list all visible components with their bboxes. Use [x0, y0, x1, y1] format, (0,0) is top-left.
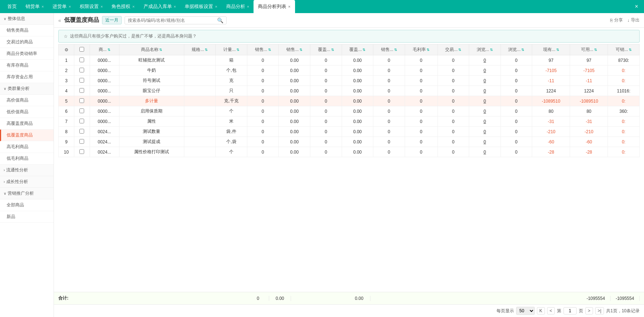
- coverage1-column-header[interactable]: 覆盖...⇅: [310, 44, 342, 55]
- sellable-column-header[interactable]: 可销...⇅: [608, 44, 640, 55]
- views1-column-header[interactable]: 浏览...⇅: [469, 44, 501, 55]
- sidebar-item-all-goods[interactable]: 全部商品: [0, 199, 54, 211]
- sales-amt-column-header[interactable]: 销售...⇅: [279, 44, 310, 55]
- share-button[interactable]: ⎘ 分享: [610, 17, 623, 23]
- table-cell: 0.00: [279, 76, 310, 86]
- table-cell[interactable]: [74, 66, 90, 76]
- current-stock-column-header[interactable]: 现有...⇅: [532, 44, 570, 55]
- spec-column-header[interactable]: 规格...⇅: [184, 44, 216, 55]
- views2-column-header[interactable]: 浏览...⇅: [500, 44, 532, 55]
- per-page-select[interactable]: 50 100 200: [516, 307, 535, 315]
- search-icon[interactable]: 🔍: [217, 17, 223, 23]
- close-icon[interactable]: ×: [101, 4, 103, 9]
- sidebar-section-general[interactable]: ∨ 整体信息: [0, 13, 54, 25]
- nav-tab-warehouse[interactable]: 产成品入库单 ×: [139, 0, 180, 13]
- sidebar-item-sales-rate[interactable]: 商品分类动销率: [0, 48, 54, 60]
- table-cell[interactable]: 0: [469, 147, 501, 157]
- search-input[interactable]: [128, 18, 217, 23]
- table-cell[interactable]: 0: [469, 106, 501, 116]
- table-cell: 0.00: [342, 96, 373, 106]
- close-icon[interactable]: ×: [174, 4, 176, 9]
- checkbox-column-header[interactable]: [74, 44, 90, 55]
- goods-table: ⚙ 商...⇅ 商品名称⇅ 规格...⇅ 计量...⇅ 销售...⇅ 销售...…: [58, 44, 640, 157]
- coverage2-column-header[interactable]: 覆盖...⇅: [342, 44, 373, 55]
- close-icon[interactable]: ×: [68, 4, 71, 9]
- table-cell: 0.00: [342, 86, 373, 96]
- nav-tab-role[interactable]: 角色授权 ×: [107, 0, 139, 13]
- prev-page-button[interactable]: <: [547, 307, 555, 314]
- table-cell[interactable]: 0: [469, 66, 501, 76]
- table-cell: 0: [373, 106, 405, 116]
- sidebar-section-circulation[interactable]: › 流通性分析: [0, 165, 54, 176]
- close-icon[interactable]: ×: [215, 4, 217, 9]
- last-page-button[interactable]: >|: [595, 307, 604, 314]
- sidebar-item-capital[interactable]: 库存资金占用: [0, 71, 54, 83]
- settings-column-header[interactable]: ⚙: [59, 44, 74, 55]
- name-column-header[interactable]: 商品名称⇅: [119, 44, 184, 55]
- table-cell[interactable]: 0: [469, 137, 501, 147]
- unit-column-header[interactable]: 计量...⇅: [216, 44, 247, 55]
- table-cell[interactable]: [74, 116, 90, 127]
- close-icon[interactable]: ×: [132, 4, 134, 9]
- sidebar-item-new-goods[interactable]: 新品: [0, 211, 54, 223]
- code-column-header[interactable]: 商...⇅: [90, 44, 119, 55]
- sidebar-item-high-profit[interactable]: 高毛利商品: [0, 141, 54, 153]
- table-cell[interactable]: 0: [469, 96, 501, 106]
- table-cell[interactable]: [74, 55, 90, 66]
- sidebar-section-cluster[interactable]: ∨ 类群量分析: [0, 83, 54, 95]
- table-cell: 只: [216, 86, 247, 96]
- next-page-button[interactable]: >: [585, 307, 593, 314]
- sidebar-section-marketing[interactable]: ∨ 营销推广分析: [0, 188, 54, 199]
- nav-tab-sales[interactable]: 销货单 ×: [21, 0, 48, 13]
- table-cell[interactable]: [74, 137, 90, 147]
- collapse-sidebar-button[interactable]: «: [58, 17, 61, 23]
- table-cell[interactable]: [74, 86, 90, 96]
- nav-tab-analysis-list[interactable]: 商品分析列表 ×: [254, 0, 295, 13]
- sales-qty-column-header[interactable]: 销售...⇅: [247, 44, 279, 55]
- footer-current-stock: -1095554: [581, 296, 610, 301]
- sidebar-item-traded-goods[interactable]: 交易过的商品: [0, 36, 54, 48]
- table-cell[interactable]: [74, 106, 90, 116]
- sidebar-item-sales-goods[interactable]: 销售类商品: [0, 25, 54, 36]
- nav-tab-purchase[interactable]: 进货单 ×: [48, 0, 75, 13]
- table-cell: 0: [500, 96, 532, 106]
- table-cell[interactable]: 0: [469, 55, 501, 66]
- nav-tab-analysis[interactable]: 商品分析 ×: [222, 0, 254, 13]
- close-all-button[interactable]: ×: [632, 3, 641, 10]
- sidebar-item-high-value[interactable]: 高价值商品: [0, 95, 54, 106]
- page-number-input[interactable]: [564, 307, 577, 314]
- sidebar-item-low-coverage[interactable]: 低覆盖度商品: [0, 130, 54, 141]
- sidebar-section-growth-label: 成长性分析: [6, 179, 28, 185]
- table-cell: 袋,件: [216, 127, 247, 137]
- first-page-button[interactable]: K: [537, 307, 545, 314]
- sidebar-item-low-value[interactable]: 低价值商品: [0, 106, 54, 118]
- table-cell: 米: [216, 116, 247, 127]
- nav-tab-perm[interactable]: 权限设置 ×: [75, 0, 107, 13]
- table-cell[interactable]: [74, 96, 90, 106]
- table-cell: 0: [247, 137, 279, 147]
- nav-tab-home[interactable]: 首页: [3, 0, 21, 13]
- sales3-column-header[interactable]: 销售...⇅: [373, 44, 405, 55]
- available-stock-column-header[interactable]: 可用...⇅: [570, 44, 608, 55]
- export-button[interactable]: ↓ 导出: [627, 17, 640, 23]
- select-all-checkbox[interactable]: [79, 47, 84, 52]
- sidebar-item-high-coverage[interactable]: 高覆盖度商品: [0, 118, 54, 130]
- sidebar-item-low-profit[interactable]: 低毛利商品: [0, 153, 54, 165]
- nav-tab-template[interactable]: 单据模板设置 ×: [180, 0, 221, 13]
- table-cell[interactable]: 0: [469, 76, 501, 86]
- close-icon[interactable]: ×: [42, 4, 44, 9]
- sidebar-section-growth[interactable]: › 成长性分析: [0, 176, 54, 188]
- close-icon[interactable]: ×: [247, 4, 249, 9]
- period-button[interactable]: 近一月: [102, 16, 122, 24]
- table-cell[interactable]: 0: [469, 116, 501, 127]
- table-cell[interactable]: [74, 127, 90, 137]
- gross-margin-column-header[interactable]: 毛利率⇅: [405, 44, 437, 55]
- star-icon: ☆: [64, 34, 68, 39]
- table-cell[interactable]: [74, 76, 90, 86]
- trade-column-header[interactable]: 交易...⇅: [437, 44, 469, 55]
- table-cell[interactable]: 0: [469, 127, 501, 137]
- table-cell[interactable]: [74, 147, 90, 157]
- sidebar-item-stocked[interactable]: 有库存商品: [0, 60, 54, 71]
- table-cell[interactable]: 0: [469, 86, 501, 96]
- close-icon[interactable]: ×: [288, 4, 290, 9]
